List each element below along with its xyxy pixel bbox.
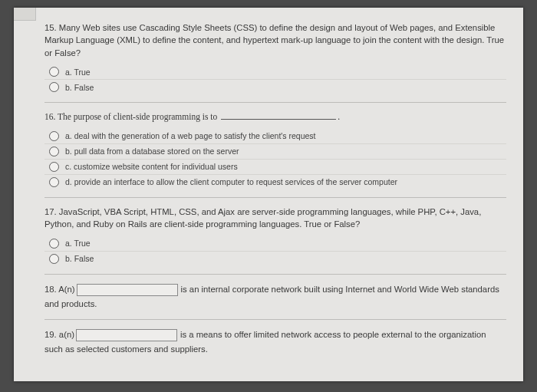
option-label: d. provide an interface to allow the cli… <box>65 177 397 186</box>
option-label: b. False <box>65 254 94 263</box>
corner-tab <box>14 8 36 21</box>
option-label: b. False <box>65 83 94 92</box>
question-16-text: 16. The purpose of client-side programmi… <box>44 110 506 124</box>
option-label: a. deal with the generation of a web pag… <box>65 131 316 140</box>
q16-pre: 16. The purpose of client-side programmi… <box>44 112 219 121</box>
radio-icon[interactable] <box>49 254 59 264</box>
q16-option-c[interactable]: c. customize website content for individ… <box>44 159 506 174</box>
question-17-text: 17. JavaScript, VBA Script, HTML, CSS, a… <box>44 206 506 231</box>
q19-blank-input[interactable] <box>76 329 177 341</box>
q19-pre: 19. a(n) <box>44 330 74 339</box>
q16-option-b[interactable]: b. pull data from a database stored on t… <box>44 143 506 159</box>
radio-icon[interactable] <box>49 67 59 77</box>
quiz-sheet: 15. Many Web sites use Cascading Style S… <box>14 8 523 381</box>
option-label: b. pull data from a database stored on t… <box>65 147 239 156</box>
question-15-text: 15. Many Web sites use Cascading Style S… <box>44 21 506 59</box>
question-19: 19. a(n)is a means to offer limited netw… <box>44 320 506 364</box>
q15-option-b[interactable]: b. False <box>44 79 506 94</box>
question-15: 15. Many Web sites use Cascading Style S… <box>44 14 506 103</box>
q18-pre: 18. A(n) <box>44 285 75 294</box>
radio-icon[interactable] <box>49 147 59 156</box>
option-label: c. customize website content for individ… <box>65 162 238 171</box>
radio-icon[interactable] <box>49 177 59 187</box>
q18-blank-input[interactable] <box>77 284 178 296</box>
radio-icon[interactable] <box>49 131 59 141</box>
option-label: a. True <box>65 239 91 248</box>
radio-icon[interactable] <box>49 162 59 172</box>
q17-option-b[interactable]: b. False <box>44 251 506 266</box>
q16-option-a[interactable]: a. deal with the generation of a web pag… <box>44 128 506 143</box>
blank-line <box>221 111 336 120</box>
q16-post: . <box>338 112 340 121</box>
radio-icon[interactable] <box>49 82 59 92</box>
q15-option-a[interactable]: a. True <box>44 64 506 79</box>
radio-icon[interactable] <box>49 239 59 249</box>
question-18: 18. A(n)is an internal corporate network… <box>44 275 506 320</box>
q17-option-a[interactable]: a. True <box>44 236 506 251</box>
question-17: 17. JavaScript, VBA Script, HTML, CSS, a… <box>44 198 506 275</box>
option-label: a. True <box>65 68 91 77</box>
question-16: 16. The purpose of client-side programmi… <box>44 103 506 198</box>
q16-option-d[interactable]: d. provide an interface to allow the cli… <box>44 174 506 189</box>
